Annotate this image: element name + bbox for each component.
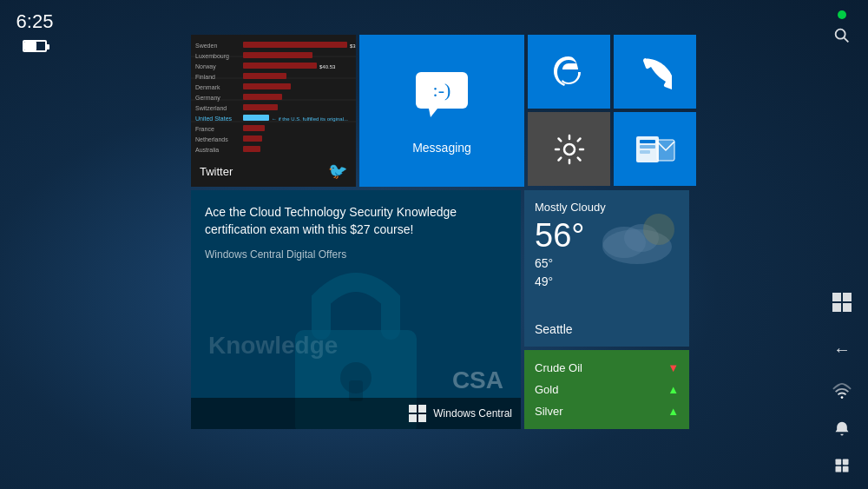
svg-text:Netherlands: Netherlands [195,136,228,142]
svg-rect-33 [243,135,262,142]
twitter-label: Twitter [200,165,233,178]
svg-rect-41 [640,140,655,143]
tiles-top-row: Sweden $39.71 Luxembourg Norway $40.53 F… [191,35,677,187]
settings-icon [551,131,588,168]
svg-rect-43 [640,150,650,154]
svg-point-2 [841,396,844,399]
outlook-tile[interactable] [614,112,696,186]
twitter-footer: Twitter 🐦 [191,156,356,186]
battery-icon [23,40,47,52]
svg-text:$39.71: $39.71 [350,43,356,49]
svg-rect-28 [243,115,269,121]
svg-rect-15 [243,52,312,58]
svg-marker-37 [429,109,437,117]
svg-text:Denmark: Denmark [195,84,220,90]
news-tile[interactable]: Knowledge CSA Ace the Cloud Technology S… [191,190,521,429]
svg-text:$40.53: $40.53 [319,64,336,69]
tiles-container: Sweden $39.71 Luxembourg Norway $40.53 F… [191,35,677,429]
svg-rect-3 [836,459,842,466]
csa-logo: CSA [452,367,503,394]
svg-text:France: France [195,126,214,132]
news-source: Windows Central Digital Offers [205,248,507,261]
svg-text:Luxembourg: Luxembourg [195,53,229,60]
svg-point-0 [836,30,845,39]
stocks-tile[interactable]: Crude Oil ▼ Gold ▲ Silver ▲ [524,350,689,429]
stock-row-silver: Silver ▲ [535,405,679,418]
gold-arrow: ▲ [667,383,679,396]
crude-oil-label: Crude Oil [535,361,582,374]
svg-text:United States: United States [195,116,233,122]
windows-central-label: Windows Central [433,407,512,420]
windows-central-bar: Windows Central [191,398,521,429]
svg-rect-49 [418,405,426,413]
clock: 6:25 [16,10,54,33]
twitter-tile[interactable]: Sweden $39.71 Luxembourg Norway $40.53 F… [191,35,356,187]
messaging-icon: :-) [411,68,472,127]
weather-low: 49° [535,273,679,291]
svg-rect-20 [243,73,286,79]
svg-rect-24 [243,94,282,100]
svg-rect-42 [640,145,655,149]
edge-icon [549,52,589,91]
svg-rect-51 [418,414,426,422]
stock-row-crude: Crude Oil ▼ [535,361,679,374]
svg-point-39 [564,144,575,155]
outlook-icon [635,133,676,166]
status-dot [838,10,846,19]
messaging-label: Messaging [412,141,471,155]
edge-tile[interactable] [528,35,610,109]
twitter-chart: Sweden $39.71 Luxembourg Norway $40.53 F… [191,35,356,156]
svg-rect-48 [409,405,417,413]
svg-rect-5 [836,466,842,472]
phone-icon [639,54,672,90]
svg-rect-17 [243,63,317,69]
phone-tile[interactable] [614,35,696,109]
crude-oil-arrow: ▼ [667,361,679,374]
svg-text::-): :-) [433,79,451,101]
right-sidebar: ← [816,0,868,489]
silver-label: Silver [535,405,563,418]
weather-city: Seattle [535,322,679,336]
messaging-tile[interactable]: :-) Messaging [359,35,524,187]
windows-button[interactable] [829,289,855,315]
svg-rect-50 [409,414,417,422]
twitter-bird-icon: 🐦 [328,162,347,181]
weather-cloud [594,208,681,272]
search-icon [832,26,852,45]
windows-central-logo: Windows Central [407,403,512,424]
svg-rect-26 [243,104,278,110]
status-bar: 6:25 [0,0,69,489]
silver-arrow: ▲ [667,405,679,418]
svg-text:Australia: Australia [195,147,219,153]
svg-rect-22 [243,83,291,89]
notification-icon-2[interactable] [833,456,851,479]
svg-text:Sweden: Sweden [195,43,217,49]
notification-icon-1[interactable] [833,420,851,442]
svg-rect-12 [243,42,347,48]
back-button[interactable]: ← [829,336,855,362]
svg-text:Finland: Finland [195,74,215,80]
weather-tile[interactable]: Mostly Cloudy 56° 65° 49° Seattle [524,190,689,347]
svg-text:← if the U.S. fulfilled its or: ← if the U.S. fulfilled its original... [272,116,348,122]
gold-label: Gold [535,383,558,396]
svg-rect-6 [843,466,849,472]
svg-text:Germany: Germany [195,95,220,102]
svg-text:Switzerland: Switzerland [195,105,227,111]
weather-stocks-col: Mostly Cloudy 56° 65° 49° Seattle Crude … [524,190,689,429]
wifi-icon [832,383,852,406]
stock-row-gold: Gold ▲ [535,383,679,396]
svg-rect-31 [243,125,265,131]
news-headline: Ace the Cloud Technology Security Knowle… [205,204,507,238]
svg-text:Norway: Norway [195,63,216,70]
svg-rect-35 [243,146,260,152]
svg-point-55 [643,214,674,245]
settings-tile[interactable] [528,112,610,186]
tiles-bottom-row: Knowledge CSA Ace the Cloud Technology S… [191,190,677,429]
svg-rect-4 [843,459,849,466]
windows-icon [832,293,852,312]
svg-line-1 [844,37,848,42]
back-arrow-icon: ← [833,340,851,360]
search-button[interactable] [829,23,855,49]
